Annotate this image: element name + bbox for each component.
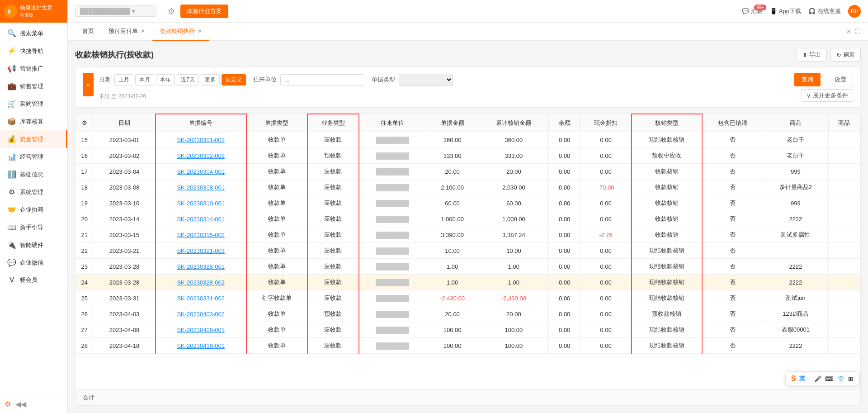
table-row[interactable]: 18 2023-03-08 SK-20230308-001 收款单 应收款 ██… [75,180,860,195]
cell-bill-type: 收款单 [246,180,307,195]
last-month-btn[interactable]: 上月 [114,74,133,85]
export-button[interactable]: ⬆ 导出 [797,48,827,62]
cell-balance: 0.00 [549,243,580,259]
filter-bar: » 日期 上月 本月 本年 近7天 更多 自定义 [75,67,861,108]
sidebar-item-finance[interactable]: 💰 资金管理 [0,130,67,148]
cell-goods1: 老白干 [763,148,828,164]
sidebar-item-marketing[interactable]: 📢 营销推广 [0,60,67,77]
topbar-gear-icon[interactable]: ⚙ [168,6,175,16]
table-row[interactable]: 16 2023-03-02 SK-20230302-002 收款单 预收款 ██… [75,148,860,164]
tab-writeoff-close-icon[interactable]: ✕ [198,28,202,34]
cell-biz-type: 应收款 [307,338,359,354]
cell-amount: 20.00 [426,164,479,180]
table-row[interactable]: 20 2023-03-14 SK-20230314-001 收款单 应收款 ██… [75,211,860,227]
bill-no-link[interactable]: SK-20230315-002 [177,232,225,238]
table-row[interactable]: 21 2023-03-15 SK-20230315-002 收款单 应收款 ██… [75,227,860,243]
bill-no-link[interactable]: SK-20230331-002 [177,295,225,302]
cell-include-settled: 否 [702,164,763,180]
query-button[interactable]: 查询 [794,73,821,86]
toolbar-keyboard-icon[interactable]: ⌨ [825,375,834,382]
table-scroll-area[interactable]: ⚙ 日期 单据编号 单据类型 业务类型 往来单位 单据金额 累计核销金额 余额 … [75,114,860,389]
table-row[interactable]: 15 2023-03-01 SK-20230301-002 收款单 应收款 ██… [75,132,860,148]
tab-close-all-icon[interactable]: ✕ [846,28,851,35]
bill-no-link[interactable]: SK-20230321-003 [177,247,225,254]
cell-no: 18 [75,180,94,195]
bill-no-link[interactable]: SK-20230314-001 [177,216,225,223]
toolbar-mic-icon[interactable]: 🎤 [814,375,821,382]
sidebar-item-basicinfo[interactable]: ℹ️ 基础信息 [0,166,67,183]
table-row[interactable]: 19 2023-03-10 SK-20230310-001 收款单 应收款 ██… [75,195,860,211]
tab-writeoff[interactable]: 收款核销执行 ✕ [152,23,209,41]
table-row[interactable]: 22 2023-03-21 SK-20230321-003 收款单 应收款 ██… [75,243,860,259]
cell-partner: ████████ [359,275,426,290]
sidebar-item-management[interactable]: 📊 经营管理 [0,148,67,166]
industry-solution-button[interactable]: 体验行业方案 [180,5,228,18]
bill-no-link[interactable]: SK-20230403-002 [177,311,225,318]
table-row[interactable]: 23 2023-03-28 SK-20230328-001 收款单 应收款 ██… [75,259,860,275]
sidebar-item-inventory[interactable]: 📦 库存核算 [0,113,67,130]
partner-input[interactable] [280,74,364,85]
cell-include-settled: 否 [702,322,763,338]
topbar-search[interactable]: ████████████ ▾ [75,5,156,17]
sidebar-settings-icon[interactable]: ⚙ [5,400,11,408]
toolbar-grid-icon[interactable]: ⊞ [848,375,853,382]
last-7days-btn[interactable]: 近7天 [177,74,199,85]
table-row[interactable]: 24 2023-03-28 SK-20230328-002 收款单 应收款 ██… [75,275,860,290]
bill-no-link[interactable]: SK-20230310-001 [177,200,225,207]
message-action[interactable]: 💬 消息 99+ [742,7,763,15]
tab-prepay[interactable]: 预付应付单 ✕ [101,23,152,41]
bill-no-link[interactable]: SK-20230301-002 [177,137,225,143]
more-date-btn[interactable]: 更多 [201,74,220,85]
table-row[interactable]: 25 2023-03-31 SK-20230331-002 红字收款单 应收款 … [75,290,860,306]
sidebar-item-wechat[interactable]: 💬 企业微信 [0,254,67,271]
cell-bill-no: SK-20230304-001 [156,164,246,180]
cell-goods1: 2222 [763,338,828,354]
sidebar-item-enterprise[interactable]: 🤝 企业协同 [0,201,67,218]
tab-home[interactable]: 首页 [75,23,101,41]
tab-expand-icon[interactable]: ⛶ [855,28,861,35]
bill-no-link[interactable]: SK-20230304-001 [177,168,225,175]
sidebar-item-system[interactable]: ⚙ 系统管理 [0,183,67,201]
col-date: 日期 [94,114,156,132]
bill-no-link[interactable]: SK-20230408-001 [177,327,225,333]
cell-date: 2023-04-03 [94,306,156,322]
toolbar-shirt-icon[interactable]: 👕 [837,375,844,382]
sidebar-item-quicknav[interactable]: ⚡ 快捷导航 [0,42,67,60]
receipt-type-select[interactable] [399,74,453,86]
tab-prepay-close-icon[interactable]: ✕ [141,28,145,34]
refresh-button[interactable]: ↻ 刷新 [830,48,861,62]
refresh-label: 刷新 [843,51,855,59]
search-icon: 🔍 [7,29,16,38]
online-service-action[interactable]: 🎧 在线客服 [808,7,841,15]
filter-toggle-button[interactable]: » [83,73,94,96]
sidebar-item-search[interactable]: 🔍 搜索菜单 [0,24,67,42]
table-row[interactable]: 26 2023-04-03 SK-20230403-002 收款单 预收款 ██… [75,306,860,322]
table-row[interactable]: 17 2023-03-04 SK-20230304-001 收款单 应收款 ██… [75,164,860,180]
sidebar-item-sales[interactable]: 💼 销售管理 [0,77,67,95]
table-row[interactable]: 28 2023-04-18 SK-20230418-001 收款单 应收款 ██… [75,338,860,354]
sidebar-item-hardware[interactable]: 🔌 智能硬件 [0,236,67,254]
cell-include-settled: 否 [702,306,763,322]
custom-date-btn[interactable]: 自定义 [222,74,246,85]
cell-date: 2023-03-08 [94,180,156,195]
bill-no-link[interactable]: SK-20230418-001 [177,342,225,349]
toolbar-english-icon[interactable]: 英 [799,375,805,383]
cell-bill-no: SK-20230418-001 [156,338,246,354]
sidebar-item-purchase[interactable]: 🛒 采购管理 [0,95,67,113]
sidebar-collapse-icon[interactable]: ◀◀ [15,400,26,408]
this-month-btn[interactable]: 本月 [135,74,154,85]
filter-expand-button[interactable]: ∨ 展开更多条件 [802,89,853,102]
sidebar-item-member[interactable]: V 畅会员 [0,271,67,289]
user-avatar[interactable]: Rit [848,5,861,18]
col-settings[interactable]: ⚙ [75,114,94,132]
bill-no-link[interactable]: SK-20230328-002 [177,279,225,286]
sidebar-item-guide[interactable]: 📖 新手引导 [0,218,67,236]
bill-no-link[interactable]: SK-20230302-002 [177,152,225,159]
table-row[interactable]: 27 2023-04-08 SK-20230408-001 收款单 应收款 ██… [75,322,860,338]
settings-button[interactable]: 设置 [828,73,853,86]
bill-no-link[interactable]: SK-20230308-001 [177,184,225,191]
cell-writeoff-type: 预收款核销 [632,306,702,322]
app-download-action[interactable]: 📱 App下载 [770,7,801,15]
bill-no-link[interactable]: SK-20230328-001 [177,263,225,270]
this-year-btn[interactable]: 本年 [156,74,175,85]
